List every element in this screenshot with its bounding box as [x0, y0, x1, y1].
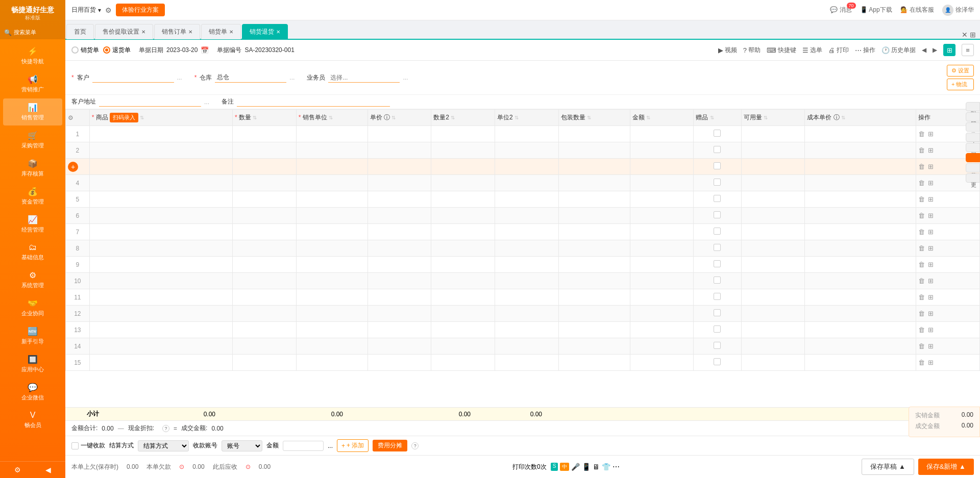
unit-cell-10[interactable] — [296, 273, 368, 289]
price-cell-5[interactable] — [368, 191, 431, 208]
customer-more-btn[interactable]: ... — [177, 74, 182, 81]
shortcut-btn[interactable]: ⌨ 快捷键 — [767, 46, 796, 55]
amount-cell-12[interactable] — [630, 306, 694, 322]
copy-row-btn-6[interactable]: ⊞ — [928, 212, 934, 219]
copy-row-btn-5[interactable]: ⊞ — [928, 195, 934, 203]
col-settings[interactable]: ⚙ — [66, 110, 90, 126]
price-cell-3[interactable] — [368, 159, 431, 175]
pack-cell-11[interactable] — [558, 289, 630, 306]
available-cell-2[interactable] — [741, 142, 805, 159]
goods-cell-11[interactable] — [89, 289, 232, 306]
experience-button[interactable]: 体验行业方案 — [116, 4, 165, 16]
select-btn[interactable]: ☰ 选单 — [802, 46, 822, 55]
add-row-btn[interactable]: + — [68, 162, 78, 172]
copy-row-btn-7[interactable]: ⊞ — [928, 228, 934, 236]
history-btn[interactable]: 🕐 历史单据 — [881, 46, 916, 55]
pack-cell-7[interactable] — [558, 224, 630, 240]
delete-row-btn-14[interactable]: 🗑 — [918, 342, 925, 350]
copy-row-btn-4[interactable]: ⊞ — [928, 179, 934, 187]
gift-checkbox-14[interactable] — [714, 342, 721, 349]
qty-cell-5[interactable] — [233, 191, 297, 208]
available-cell-3[interactable] — [741, 159, 805, 175]
unit2-cell-5[interactable] — [495, 191, 558, 208]
unit-cell-9[interactable] — [296, 257, 368, 273]
unit2-cell-3[interactable] — [495, 159, 558, 175]
delete-row-btn-5[interactable]: 🗑 — [918, 195, 925, 203]
tab-sales-return-close[interactable]: ✕ — [276, 29, 280, 35]
qty-cell-13[interactable] — [233, 322, 297, 338]
unit-cell-4[interactable] — [296, 175, 368, 191]
view-list-btn[interactable]: ≡ — [962, 44, 974, 56]
unit2-cell-15[interactable] — [495, 355, 558, 371]
tab-sales-goods-close[interactable]: ✕ — [229, 29, 233, 35]
goods-cell-8[interactable] — [89, 240, 232, 257]
amount-cell-5[interactable] — [630, 191, 694, 208]
qty2-cell-7[interactable] — [431, 224, 495, 240]
delete-row-btn-2[interactable]: 🗑 — [918, 146, 925, 154]
amount-cell-6[interactable] — [630, 208, 694, 224]
qty-sort-icon[interactable]: ⇅ — [253, 115, 257, 120]
gift-sort-icon[interactable]: ⇅ — [710, 115, 714, 120]
pack-cell-3[interactable] — [558, 159, 630, 175]
settings-btn[interactable]: ⚙ 设置 — [947, 65, 974, 77]
unit-cell-5[interactable] — [296, 191, 368, 208]
pack-cell-12[interactable] — [558, 306, 630, 322]
gift-checkbox-13[interactable] — [714, 325, 721, 333]
goods-cell-3[interactable] — [89, 159, 232, 175]
cost-cell-1[interactable] — [805, 126, 916, 142]
qty-cell-15[interactable] — [233, 355, 297, 371]
gift-cell-9[interactable] — [694, 257, 741, 273]
cost-cell-4[interactable] — [805, 175, 916, 191]
copy-row-btn-3[interactable]: ⊞ — [928, 163, 934, 170]
remark-input[interactable] — [237, 97, 390, 107]
unit-cell-15[interactable] — [296, 355, 368, 371]
pack-cell-5[interactable] — [558, 191, 630, 208]
right-vtab-8[interactable]: 更 — [966, 173, 980, 183]
available-cell-11[interactable] — [741, 289, 805, 306]
radio-return[interactable]: 退货单 — [103, 46, 131, 55]
copy-row-btn-13[interactable]: ⊞ — [928, 326, 934, 334]
available-cell-10[interactable] — [741, 273, 805, 289]
pack-cell-14[interactable] — [558, 338, 630, 355]
delete-row-btn-9[interactable]: 🗑 — [918, 261, 925, 268]
price-cell-4[interactable] — [368, 175, 431, 191]
copy-row-btn-2[interactable]: ⊞ — [928, 146, 934, 154]
amount-cell-7[interactable] — [630, 224, 694, 240]
amount-cell-10[interactable] — [630, 273, 694, 289]
qty2-cell-8[interactable] — [431, 240, 495, 257]
qty-cell-1[interactable] — [233, 126, 297, 142]
unit-cell-12[interactable] — [296, 306, 368, 322]
warehouse-input[interactable] — [215, 73, 286, 83]
gift-checkbox-7[interactable] — [714, 228, 721, 235]
unit2-cell-12[interactable] — [495, 306, 558, 322]
sidebar-collapse-btn[interactable]: ◀ — [45, 466, 51, 474]
copy-row-btn-14[interactable]: ⊞ — [928, 342, 934, 350]
unit-cell-6[interactable] — [296, 208, 368, 224]
available-cell-9[interactable] — [741, 257, 805, 273]
sidebar-search[interactable]: 🔍 搜索菜单 — [0, 26, 65, 39]
unit2-cell-7[interactable] — [495, 224, 558, 240]
delete-row-btn-11[interactable]: 🗑 — [918, 293, 925, 301]
unit2-cell-4[interactable] — [495, 175, 558, 191]
cost-cell-12[interactable] — [805, 306, 916, 322]
delete-row-btn-3[interactable]: 🗑 — [918, 163, 925, 170]
message-btn[interactable]: 💬 消息 70 — [830, 6, 851, 14]
unit2-cell-2[interactable] — [495, 142, 558, 159]
delete-row-btn-6[interactable]: 🗑 — [918, 212, 925, 219]
amount-cell-11[interactable] — [630, 289, 694, 306]
sidebar-item-marketing[interactable]: 📢 营销推广 — [3, 70, 62, 97]
amount-cell-4[interactable] — [630, 175, 694, 191]
gift-cell-4[interactable] — [694, 175, 741, 191]
pack-cell-10[interactable] — [558, 273, 630, 289]
sidebar-item-weixin[interactable]: 💬 企业微信 — [3, 379, 62, 406]
price-cell-13[interactable] — [368, 322, 431, 338]
cost-cell-10[interactable] — [805, 273, 916, 289]
customer-input[interactable] — [92, 73, 174, 83]
gift-cell-1[interactable] — [694, 126, 741, 142]
available-cell-6[interactable] — [741, 208, 805, 224]
unit-cell-3[interactable] — [296, 159, 368, 175]
gift-checkbox-6[interactable] — [714, 211, 721, 218]
pack-cell-9[interactable] — [558, 257, 630, 273]
qty-cell-2[interactable] — [233, 142, 297, 159]
delete-row-btn-1[interactable]: 🗑 — [918, 130, 925, 138]
